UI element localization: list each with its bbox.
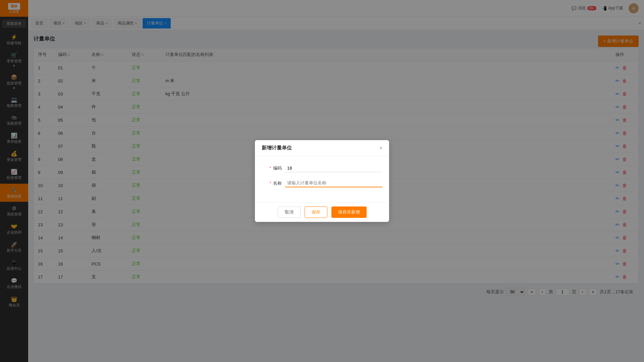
name-field-label: * 名称 (262, 180, 282, 186)
code-required-star: * (269, 166, 271, 171)
save-button[interactable]: 保存 (305, 206, 327, 218)
modal-body: * 编码 * 名称 (255, 156, 389, 202)
code-field-label: * 编码 (262, 165, 282, 171)
modal-footer: 取消 保存 保存并新增 (255, 202, 389, 222)
modal-overlay[interactable]: 新增计量单位 × * 编码 * 名称 取消 保存 保存并新增 (0, 0, 644, 362)
name-input[interactable] (285, 179, 382, 187)
cancel-button[interactable]: 取消 (278, 206, 301, 218)
name-required-star: * (269, 181, 271, 186)
add-unit-modal: 新增计量单位 × * 编码 * 名称 取消 保存 保存并新增 (255, 140, 389, 222)
modal-close-button[interactable]: × (379, 145, 382, 151)
modal-header: 新增计量单位 × (255, 140, 389, 156)
save-and-new-button[interactable]: 保存并新增 (331, 206, 367, 218)
name-form-row: * 名称 (262, 179, 382, 187)
code-input[interactable] (285, 164, 382, 172)
modal-title: 新增计量单位 (262, 145, 292, 151)
code-form-row: * 编码 (262, 164, 382, 172)
